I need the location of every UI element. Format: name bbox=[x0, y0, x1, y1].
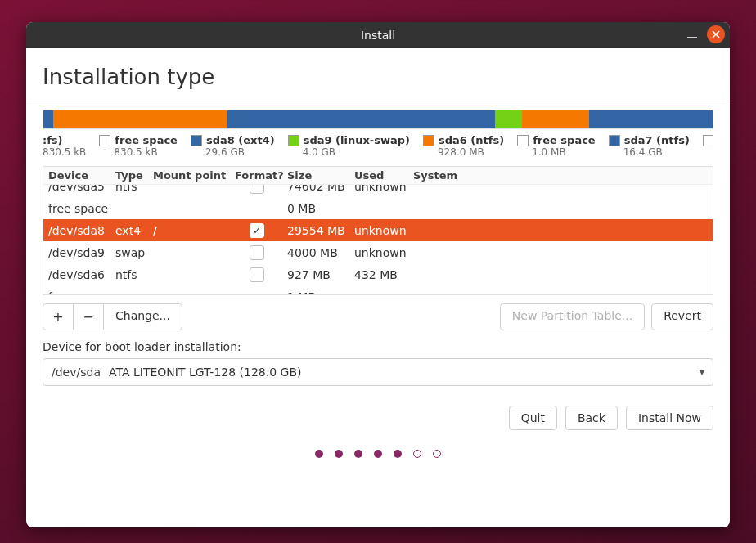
legend-label: sda9 (linux-swap) bbox=[304, 134, 410, 146]
legend-size: 4.0 GB bbox=[303, 146, 410, 158]
legend-item: free space1.0 MB bbox=[517, 134, 596, 158]
footer-buttons: Quit Back Install Now bbox=[43, 406, 713, 430]
cell-format bbox=[235, 267, 287, 282]
format-checkbox[interactable] bbox=[250, 245, 264, 260]
cell-device: free space bbox=[48, 202, 115, 215]
progress-dot bbox=[433, 450, 441, 458]
cell-size: 29554 MB bbox=[287, 224, 354, 237]
add-partition-button[interactable]: + bbox=[43, 303, 74, 330]
bootloader-label: Device for boot loader installation: bbox=[43, 340, 713, 353]
legend-size: 830.5 kB bbox=[43, 146, 86, 158]
table-row[interactable]: /dev/sda5ntfs74602 MBunknown bbox=[43, 185, 713, 197]
page-title: Installation type bbox=[43, 65, 713, 89]
table-body: /dev/sda5ntfs74602 MBunknownfree space0 … bbox=[43, 185, 713, 295]
legend-label: free space bbox=[115, 134, 178, 146]
legend-label: sda7 (ntfs) bbox=[624, 134, 690, 146]
table-header-row: Device Type Mount point Format? Size Use… bbox=[43, 167, 713, 185]
quit-button[interactable]: Quit bbox=[509, 406, 557, 430]
legend-label: sda6 (ntfs) bbox=[439, 134, 504, 146]
legend-item: sda7 (ntfs)16.4 GB bbox=[609, 134, 690, 158]
header-mount[interactable]: Mount point bbox=[153, 169, 235, 182]
progress-dot bbox=[354, 450, 362, 458]
header-system[interactable]: System bbox=[413, 169, 708, 182]
close-icon bbox=[712, 30, 720, 38]
legend-label: :fs) bbox=[43, 134, 63, 146]
header-used[interactable]: Used bbox=[354, 169, 413, 182]
table-row[interactable]: free space0 MB bbox=[43, 197, 713, 219]
cell-mount: / bbox=[153, 224, 235, 237]
legend-item: sda9 (linux-swap)4.0 GB bbox=[288, 134, 410, 158]
cell-format bbox=[235, 223, 287, 238]
legend-swatch bbox=[517, 135, 529, 146]
progress-dot bbox=[335, 450, 343, 458]
legend-swatch bbox=[99, 135, 110, 146]
legend-item: free space830.5 kB bbox=[99, 134, 178, 158]
header-format[interactable]: Format? bbox=[235, 169, 287, 182]
legend-item: sda8 (ext4)29.6 GB bbox=[191, 134, 275, 158]
cell-device: /dev/sda9 bbox=[48, 246, 115, 259]
cell-device: /dev/sda5 bbox=[48, 185, 115, 193]
format-checkbox[interactable] bbox=[250, 185, 264, 194]
partition-segment[interactable] bbox=[43, 110, 53, 128]
cell-type: ntfs bbox=[115, 268, 153, 281]
cell-format bbox=[235, 245, 287, 260]
header-device[interactable]: Device bbox=[48, 169, 115, 182]
partition-legend: :fs)830.5 kBfree space830.5 kBsda8 (ext4… bbox=[43, 134, 713, 158]
progress-dot bbox=[394, 450, 402, 458]
legend-swatch bbox=[703, 135, 713, 146]
partition-bar[interactable] bbox=[43, 110, 713, 129]
change-partition-button[interactable]: Change... bbox=[103, 303, 182, 330]
close-button[interactable] bbox=[707, 25, 725, 43]
partition-segment[interactable] bbox=[227, 110, 495, 128]
cell-used: unknown bbox=[354, 185, 413, 193]
cell-size: 74602 MB bbox=[287, 185, 354, 193]
table-row[interactable]: /dev/sda8ext4/29554 MBunknown bbox=[43, 219, 713, 241]
legend-size: 16.4 GB bbox=[623, 146, 690, 158]
cell-size: 1 MB bbox=[287, 290, 354, 296]
legend-size: 928.0 MB bbox=[438, 146, 504, 158]
partition-table[interactable]: Device Type Mount point Format? Size Use… bbox=[43, 166, 713, 295]
cell-used: 432 MB bbox=[354, 268, 413, 281]
chevron-down-icon: ▾ bbox=[700, 366, 704, 378]
header-type[interactable]: Type bbox=[115, 169, 153, 182]
legend-swatch bbox=[288, 135, 299, 146]
cell-device: /dev/sda6 bbox=[48, 268, 115, 281]
install-now-button[interactable]: Install Now bbox=[626, 406, 713, 430]
progress-dot bbox=[315, 450, 323, 458]
bootloader-device: /dev/sda bbox=[52, 366, 101, 379]
progress-dot bbox=[413, 450, 421, 458]
cell-device: /dev/sda8 bbox=[48, 224, 115, 237]
legend-swatch bbox=[423, 135, 434, 146]
header-size[interactable]: Size bbox=[287, 169, 354, 182]
format-checkbox[interactable] bbox=[250, 267, 264, 282]
partition-segment[interactable] bbox=[495, 110, 522, 128]
progress-dot bbox=[374, 450, 382, 458]
divider bbox=[26, 101, 730, 101]
legend-item: sda6 (ntfs)928.0 MB bbox=[423, 134, 504, 158]
revert-button[interactable]: Revert bbox=[651, 303, 713, 330]
partition-segment[interactable] bbox=[589, 110, 713, 128]
format-checkbox[interactable] bbox=[250, 223, 264, 238]
new-partition-table-button[interactable]: New Partition Table... bbox=[500, 303, 645, 330]
partition-segment[interactable] bbox=[53, 110, 227, 128]
minimize-button[interactable] bbox=[687, 37, 697, 38]
legend-size: 1.0 MB bbox=[532, 146, 596, 158]
bootloader-device-combo[interactable]: /dev/sda ATA LITEONIT LGT-128 (128.0 GB)… bbox=[43, 358, 713, 386]
installer-window: Install Installation type :fs)830.5 kBfr… bbox=[26, 22, 730, 527]
legend-label: free space bbox=[533, 134, 596, 146]
cell-size: 4000 MB bbox=[287, 246, 354, 259]
remove-partition-button[interactable]: − bbox=[73, 303, 104, 330]
cell-size: 927 MB bbox=[287, 268, 354, 281]
legend-size: 29.6 GB bbox=[205, 146, 275, 158]
legend-item: free space335.4 kB bbox=[703, 134, 713, 158]
cell-type: swap bbox=[115, 246, 153, 259]
legend-label: sda8 (ext4) bbox=[206, 134, 275, 146]
table-row[interactable]: /dev/sda6ntfs927 MB432 MB bbox=[43, 263, 713, 285]
legend-item: :fs)830.5 kB bbox=[43, 134, 86, 158]
back-button[interactable]: Back bbox=[565, 406, 618, 430]
cell-size: 0 MB bbox=[287, 202, 354, 215]
table-row[interactable]: /dev/sda9swap4000 MBunknown bbox=[43, 241, 713, 263]
table-row[interactable]: free space1 MB bbox=[43, 285, 713, 295]
partition-segment[interactable] bbox=[522, 110, 589, 128]
progress-indicator bbox=[43, 450, 713, 458]
